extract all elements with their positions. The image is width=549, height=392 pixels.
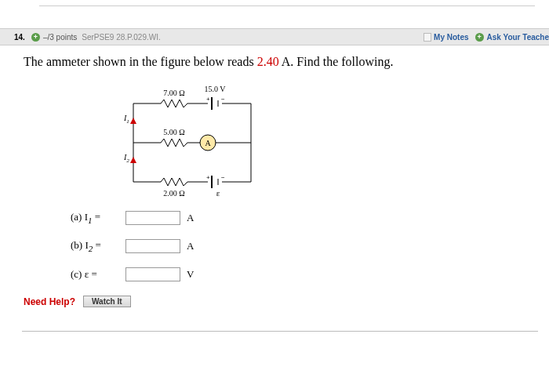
r1-label: 7.00 Ω xyxy=(163,89,184,97)
points-text: –/3 points xyxy=(43,33,77,42)
question-text: The ammeter shown in the figure below re… xyxy=(24,55,535,69)
top-divider xyxy=(39,0,535,6)
watch-it-button[interactable]: Watch It xyxy=(83,296,131,307)
plus-icon[interactable]: + xyxy=(31,33,40,42)
svg-text:+: + xyxy=(206,174,210,181)
notes-icon xyxy=(424,33,431,42)
circuit-diagram: 7.00 Ω 15.0 V + − 5.00 Ω A 2.00 Ω ε + xyxy=(118,80,535,200)
svg-rect-14 xyxy=(208,176,222,188)
answer-b-unit: A xyxy=(187,240,194,252)
eps-label: ε xyxy=(216,188,220,198)
r3-label: 2.00 Ω xyxy=(163,189,184,198)
question-value: 2.40 xyxy=(257,55,279,68)
question-prefix: The ammeter shown in the figure below re… xyxy=(24,55,257,68)
svg-text:−: − xyxy=(221,174,225,181)
question-suffix: A. Find the following. xyxy=(279,55,394,68)
answer-a: (a) I1 = A xyxy=(71,211,535,225)
svg-marker-20 xyxy=(130,157,136,163)
i1-label: I1 xyxy=(123,114,129,125)
i2-label: I2 xyxy=(123,153,129,164)
answer-a-label: (a) I1 = xyxy=(71,211,125,225)
my-notes-link[interactable]: My Notes xyxy=(434,33,468,42)
v1-label: 15.0 V xyxy=(204,85,226,93)
svg-rect-6 xyxy=(208,97,222,110)
content-area: The ammeter shown in the figure below re… xyxy=(0,45,549,281)
answer-c: (c) ε = V xyxy=(71,267,535,281)
need-help: Need Help? Watch It xyxy=(24,296,549,307)
bottom-divider xyxy=(22,331,538,332)
question-header: 14. + –/3 points SerPSE9 28.P.029.WI. My… xyxy=(0,28,549,45)
answer-c-label: (c) ε = xyxy=(71,268,125,281)
answer-a-input[interactable] xyxy=(125,211,180,225)
r2-label: 5.00 Ω xyxy=(163,128,184,136)
answer-b: (b) I2 = A xyxy=(71,239,535,253)
answer-a-unit: A xyxy=(187,212,194,224)
plus-icon[interactable]: + xyxy=(475,33,484,42)
answer-c-unit: V xyxy=(187,268,194,281)
answer-b-label: (b) I2 = xyxy=(71,239,125,253)
need-help-label: Need Help? xyxy=(24,296,75,307)
svg-text:−: − xyxy=(221,96,225,103)
source-text: SerPSE9 28.P.029.WI. xyxy=(82,33,160,42)
ask-teacher-link[interactable]: Ask Your Teache xyxy=(487,33,549,42)
ammeter-label: A xyxy=(205,139,211,147)
question-number: 14. xyxy=(14,33,25,42)
svg-marker-19 xyxy=(130,118,136,124)
answer-b-input[interactable] xyxy=(125,239,180,253)
svg-text:+: + xyxy=(206,96,210,103)
answer-c-input[interactable] xyxy=(125,267,180,281)
